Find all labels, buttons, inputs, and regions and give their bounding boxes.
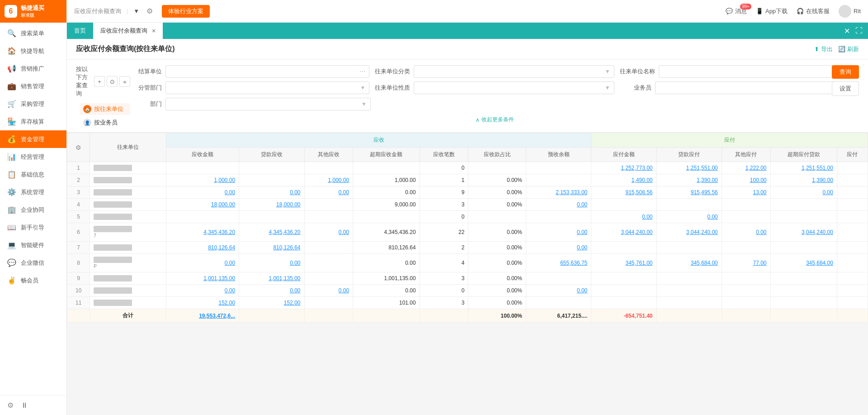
salesman-input[interactable]: ··· [655,81,859,94]
app-icon: 📱 [756,8,763,14]
collapse-bottom-icon[interactable]: ⏸ [21,401,28,410]
sidebar-item-search[interactable]: 🔍搜索菜单 [0,24,66,42]
settings-filter-icon[interactable]: ⊙ [107,76,118,87]
table-row: 4 ██████████ 18,000.00 18,000.00 9,000.0… [67,199,868,211]
row-ar-3: 18,000.00 [166,199,239,211]
tab-ar-ap[interactable]: 应收应付余额查询 × [93,23,163,39]
settings-bottom-icon[interactable]: ⚙ [7,401,14,410]
sidebar-item-basic[interactable]: 📋基础信息 [0,166,66,183]
filter-option-unit-icon: 🏠 [83,105,91,113]
row-ar-10: 152.00 [166,297,239,309]
app-download-button[interactable]: 📱 App下载 [756,7,788,15]
row-loan-ar-0 [239,162,304,174]
collapse-up-icon: ∧ [476,117,480,123]
table-settings-icon[interactable]: ⚙ [75,144,81,151]
filter-field-unit-category: 往来单位分类 ▼ [375,65,614,78]
settings-button[interactable]: 设置 [832,81,859,96]
tab-bar-maximize-icon[interactable]: ⛶ [855,27,863,35]
header-settings-icon[interactable]: ⚙ [146,7,153,15]
sidebar-logo: 6 畅捷通买 标准版 [0,0,66,23]
filter-option-by-unit[interactable]: 🏠 按往来单位 [80,103,130,115]
row-ar-6: 810,126.64 [166,242,239,254]
quick-icon: 🏠 [7,47,16,55]
sidebar-item-wechat[interactable]: 💬企业微信 [0,254,66,272]
sidebar-item-enterprise[interactable]: 🏢企业协同 [0,201,66,219]
row-ar-pct-5: 0.00% [468,223,526,242]
header-nav-dropdown[interactable]: ▼ [133,8,139,14]
row-ar-4 [166,211,239,223]
unit-category-input[interactable]: ▼ [414,65,614,78]
messages-button[interactable]: 💬 消息 99+ [726,7,747,15]
row-ap2-8 [837,272,868,285]
row-ar-count-1: 1 [420,174,468,186]
refresh-button[interactable]: 🔄 刷新 [838,45,859,53]
filter-fields-panel: 结算单位 ··· 往来单位分类 ▼ 往来单位 [130,65,859,129]
dept-input[interactable]: ▼ [165,81,369,94]
sidebar-item-marketing[interactable]: 📢营销推广 [0,60,66,77]
sidebar-item-quick[interactable]: 🏠快捷导航 [0,42,66,60]
export-button[interactable]: ⬆ 导出 [814,45,833,53]
row-ar-pct-0 [468,162,526,174]
avatar [839,5,851,18]
row-overdue-ap-8 [770,272,837,285]
row-overdue-ar-2: 0.00 [353,186,420,199]
footer-ar-total: 19,553,472,6... [166,309,239,323]
user-profile[interactable]: Rit [839,5,861,18]
sidebar-item-system[interactable]: ⚙️系统管理 [0,183,66,201]
filter-option-by-staff[interactable]: 👤 按业务员 [80,117,130,129]
row-overdue-ap-10 [770,297,837,309]
sidebar-item-sales[interactable]: 💼销售管理 [0,77,66,95]
service-button[interactable]: 🎧 在线客服 [797,7,830,15]
collapse-button[interactable]: ∧ 收起更多条件 [470,114,519,125]
row-num-2: 3 [67,186,90,199]
sidebar-item-guide[interactable]: 📖新手引导 [0,219,66,236]
unit-nature-input[interactable]: ▼ [414,81,614,94]
filter-left-panel: 按以下方案查询 + ⊙ « 🏠 按往来单位 👤 按业务员 [76,65,130,129]
unit-name-input[interactable] [659,65,859,78]
row-loan-ap-8 [656,272,722,285]
sidebar-item-operations[interactable]: 📊经营管理 [0,148,66,166]
row-unit-4: ██████████ [90,211,166,223]
sidebar-label-quick: 快捷导航 [21,47,44,55]
th-unit: 往来单位 [90,133,166,162]
row-ap-7: 345,761.00 [591,254,656,272]
settlement-input[interactable]: ··· [165,65,369,78]
footer-empty [67,309,90,323]
filter-option-staff-icon: 👤 [83,119,91,127]
sidebar-label-search: 搜索菜单 [21,29,44,38]
filter-field-unit-name: 往来单位名称 [620,65,859,78]
sidebar-label-sales: 销售管理 [21,82,44,91]
row-loan-ap-1: 1,390.00 [656,174,722,186]
table-row: 2 ██████████ 1,000.00 1,000.00 1,000.00 … [67,174,868,186]
sidebar-item-hardware[interactable]: 💻智能硬件 [0,236,66,254]
table-footer-row: 合计 19,553,472,6... 100.00% 6,417,215....… [67,309,868,323]
promo-button[interactable]: 体验行业方案 [162,5,210,18]
filter-field-salesman: 业务员 ··· [620,81,859,94]
row-ar-pct-9: 0.00% [468,285,526,297]
row-ap-9 [591,285,656,297]
table-row: 9 ██████████ 1,001,135.00 1,001,135.00 1… [67,272,868,285]
row-other-ap-0: 1,222.00 [722,162,770,174]
sidebar-item-member[interactable]: ✌️畅会员 [0,272,66,289]
header-right: 💬 消息 99+ 📱 App下载 🎧 在线客服 Rit [726,5,861,18]
tab-home[interactable]: 首页 [67,23,93,39]
row-overdue-ap-9 [770,285,837,297]
unit-nature-label: 往来单位性质 [375,84,410,92]
th-settings[interactable]: ⚙ [67,133,90,162]
table-container[interactable]: ⚙ 往来单位 应收 应付 应收金额 贷款应收 其他应收 超期应收金额 应收笔数 … [67,133,868,409]
department-input[interactable]: ▼ [165,98,371,110]
add-filter-icon[interactable]: + [94,76,105,87]
row-overdue-ar-3: 9,000.00 [353,199,420,211]
sidebar-item-purchase[interactable]: 🛒采购管理 [0,95,66,113]
th-ar-amount: 应收金额 [166,148,239,162]
query-button[interactable]: 查询 [832,65,859,79]
tab-bar-close-icon[interactable]: ✕ [844,27,850,35]
tab-close-icon[interactable]: × [152,27,156,34]
sidebar-item-finance[interactable]: 💰资金管理 [0,130,66,148]
footer-empty4 [353,309,420,323]
th-prepaid: 预收余额 [526,148,591,162]
sidebar-item-inventory[interactable]: 🏪库存核算 [0,113,66,130]
logo-icon: 6 [5,5,17,18]
collapse-filter-icon[interactable]: « [119,76,130,87]
row-num-10: 11 [67,297,90,309]
